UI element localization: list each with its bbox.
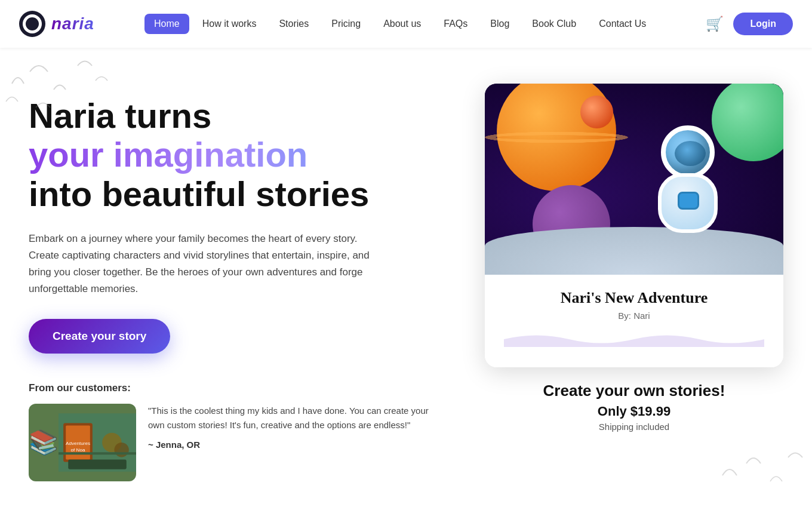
astronaut-helmet: [661, 125, 715, 179]
planet-small-red: [580, 96, 613, 128]
hero-section: Naria turns your imagination into beauti…: [0, 48, 812, 505]
astronaut: [640, 125, 736, 257]
hero-title: Naria turns your imagination into beauti…: [29, 96, 435, 214]
nav-contact-us[interactable]: Contact Us: [589, 14, 656, 34]
customer-photo: Adventures of Noa: [29, 404, 136, 481]
logo-icon: [19, 11, 45, 37]
hero-right-content: Nari's New Adventure By: Nari Create you…: [485, 84, 783, 432]
planet-ring: [485, 132, 628, 143]
nav-about-us[interactable]: About us: [374, 14, 430, 34]
book-shipping: Shipping included: [485, 422, 783, 432]
svg-point-6: [114, 443, 128, 457]
nav-links: Home How it works Stories Pricing About …: [144, 14, 656, 34]
navigation: naria Home How it works Stories Pricing …: [0, 0, 812, 48]
nav-faqs[interactable]: FAQs: [434, 14, 477, 34]
birds-bottom-right-decoration: [716, 446, 812, 505]
cart-icon[interactable]: 🛒: [706, 16, 724, 32]
book-card: Nari's New Adventure By: Nari: [485, 84, 783, 367]
create-story-button[interactable]: Create your story: [29, 319, 170, 354]
nav-how-it-works[interactable]: How it works: [193, 14, 266, 34]
customer-photo-svg: Adventures of Noa: [59, 407, 136, 478]
svg-rect-8: [59, 452, 136, 454]
astronaut-visor: [675, 141, 706, 166]
logo[interactable]: naria: [19, 11, 94, 37]
moon-surface: [485, 227, 783, 275]
hero-title-line3: into beautiful stories: [29, 174, 435, 214]
book-author: By: Nari: [504, 311, 764, 321]
svg-rect-7: [68, 459, 127, 469]
nav-blog[interactable]: Blog: [481, 14, 519, 34]
book-price: Only $19.99: [485, 404, 783, 419]
review-text: "This is the coolest thing my kids and I…: [148, 404, 435, 432]
login-button[interactable]: Login: [733, 13, 793, 35]
book-cta: Create your own stories! Only $19.99 Shi…: [485, 382, 783, 432]
customers-section: From our customers: Adventures of Noa: [29, 382, 435, 481]
customer-photo-inner: Adventures of Noa: [29, 404, 136, 481]
review-content: "This is the coolest thing my kids and I…: [148, 404, 435, 450]
astronaut-chest: [678, 192, 699, 210]
book-cover: [485, 84, 783, 275]
svg-text:Adventures: Adventures: [66, 441, 90, 446]
hero-title-line2: your imagination: [29, 136, 435, 174]
review-author: ~ Jenna, OR: [148, 440, 435, 450]
nav-home[interactable]: Home: [144, 14, 189, 34]
customer-review: Adventures of Noa "This is the coolest t…: [29, 404, 435, 481]
nav-pricing[interactable]: Pricing: [322, 14, 370, 34]
book-cta-title: Create your own stories!: [485, 382, 783, 400]
logo-text: naria: [51, 14, 94, 33]
customers-label: From our customers:: [29, 382, 435, 394]
hero-title-line1: Naria turns: [29, 96, 435, 136]
hero-left-content: Naria turns your imagination into beauti…: [29, 84, 435, 481]
nav-actions: 🛒 Login: [706, 13, 793, 35]
astronaut-body: [658, 173, 718, 233]
book-info: Nari's New Adventure By: Nari: [485, 275, 783, 367]
book-wave-bottom: [504, 330, 764, 348]
hero-subtitle: Embark on a journey where your family be…: [29, 231, 387, 297]
nav-stories[interactable]: Stories: [269, 14, 318, 34]
book-title: Nari's New Adventure: [504, 289, 764, 307]
svg-text:of Noa: of Noa: [71, 447, 85, 453]
nav-book-club[interactable]: Book Club: [522, 14, 586, 34]
